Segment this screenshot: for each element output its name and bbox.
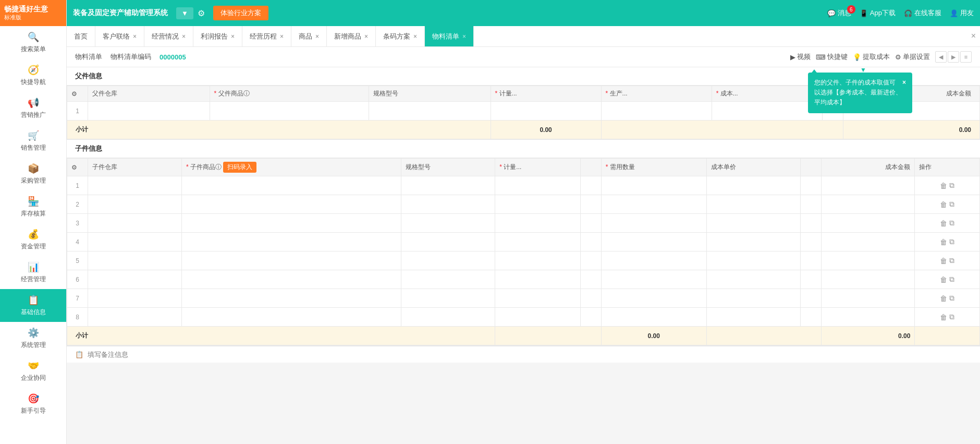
child-warehouse-1[interactable] — [88, 176, 182, 195]
copy-icon[interactable]: ⧉ — [949, 219, 954, 227]
parent-warehouse-cell[interactable] — [88, 102, 210, 121]
service-icon: 🎧 — [904, 9, 912, 17]
child-col-settings[interactable]: ⚙ — [67, 159, 88, 176]
nav-next[interactable]: ▶ — [948, 51, 959, 63]
nav-menu[interactable]: ≡ — [960, 51, 972, 63]
action-shortcut[interactable]: ⌨ 快捷键 — [816, 52, 848, 62]
video-icon: ▶ — [790, 53, 795, 61]
copy-icon[interactable]: ⧉ — [949, 200, 954, 209]
child-col-unit-cost: 成本单价 — [706, 159, 800, 176]
sidebar-item-search[interactable]: 🔍 搜索菜单 — [0, 26, 66, 59]
sidebar-header: 畅捷通好生意 标准版 — [0, 0, 66, 26]
sidebar-item-quick-nav[interactable]: 🧭 快捷导航 — [0, 59, 66, 92]
remark-input[interactable] — [88, 351, 972, 358]
sidebar-item-label: 新手引导 — [21, 406, 46, 415]
tab-customer-label: 客户联络 — [103, 32, 130, 41]
tooltip-close[interactable]: × — [902, 78, 906, 88]
message-item[interactable]: 💬 消息 6 — [827, 8, 851, 18]
tab-profit-close[interactable]: × — [231, 33, 235, 40]
child-unit-1[interactable] — [495, 176, 580, 195]
child-product-1[interactable] — [181, 176, 401, 195]
child-action-1: 🗑⧉ — [915, 176, 980, 195]
tab-operations-label: 经营情况 — [152, 32, 179, 41]
trial-button[interactable]: 体验行业方案 — [213, 6, 268, 20]
action-view[interactable]: ▶ 视频 — [790, 52, 811, 62]
phone-icon: 📱 — [860, 9, 868, 17]
delete-icon[interactable]: 🗑 — [940, 294, 947, 303]
sidebar-item-operations[interactable]: 📊 经营管理 — [0, 256, 66, 289]
parent-subtotal-unit: 0.00 — [491, 121, 601, 139]
tab-product-close[interactable]: × — [315, 33, 319, 40]
parent-spec-cell[interactable] — [369, 102, 491, 121]
tab-product[interactable]: 商品 × — [291, 26, 327, 47]
parent-cost-cell[interactable] — [712, 102, 822, 121]
row-num: 1 — [67, 102, 88, 121]
scan-button[interactable]: 扫码录入 — [223, 162, 256, 173]
copy-icon[interactable]: ⧉ — [949, 256, 954, 265]
tab-new-product[interactable]: 新增商品 × — [327, 26, 376, 47]
sidebar-item-basic-info[interactable]: 📋 基础信息 — [0, 289, 66, 322]
tooltip-arrow — [810, 69, 818, 75]
tab-barcode-close[interactable]: × — [413, 33, 417, 40]
child-col-spec: 规格型号 — [401, 159, 495, 176]
sidebar-item-enterprise[interactable]: 🤝 企业协同 — [0, 355, 66, 388]
message-badge: 6 — [847, 5, 855, 14]
app-download-item[interactable]: 📱 App下载 — [860, 8, 896, 18]
child-subtotal-amount: 0.00 — [821, 327, 915, 345]
tab-close-all[interactable]: × — [971, 31, 976, 41]
delete-icon[interactable]: 🗑 — [940, 219, 947, 227]
sidebar-item-marketing[interactable]: 📢 营销推广 — [0, 92, 66, 125]
child-spec-1[interactable] — [401, 176, 495, 195]
sidebar-item-inventory[interactable]: 🏪 库存核算 — [0, 190, 66, 223]
table-row: 1 🗑⧉ — [67, 176, 980, 195]
system-dropdown[interactable]: ▼ — [176, 7, 193, 19]
parent-unit-cell[interactable] — [491, 102, 601, 121]
copy-icon[interactable]: ⧉ — [949, 181, 954, 190]
delete-icon[interactable]: 🗑 — [940, 200, 947, 209]
child-unit-cost-1[interactable] — [706, 176, 800, 195]
code-value: 0000005 — [160, 53, 186, 61]
sidebar-item-purchase[interactable]: 📦 采购管理 — [0, 158, 66, 190]
gear-icon[interactable]: ⚙ — [198, 8, 205, 18]
tab-customer-close[interactable]: × — [133, 33, 137, 40]
tab-customer[interactable]: 客户联络 × — [95, 26, 144, 47]
sidebar-item-system[interactable]: ⚙️ 系统管理 — [0, 322, 66, 355]
tab-biz-history-close[interactable]: × — [280, 33, 284, 40]
nav-prev[interactable]: ◀ — [935, 51, 947, 63]
tab-new-product-close[interactable]: × — [364, 33, 368, 40]
sidebar-item-finance[interactable]: 💰 资金管理 — [0, 223, 66, 256]
parent-prod-cell[interactable] — [601, 102, 712, 121]
tab-home[interactable]: 首页 — [67, 26, 95, 47]
tab-bom[interactable]: 物料清单 × — [425, 26, 474, 47]
child-qty-1[interactable] — [601, 176, 706, 195]
parent-product-cell[interactable] — [210, 102, 369, 121]
action-cost[interactable]: 💡 提取成本 — [853, 52, 890, 62]
tab-barcode[interactable]: 条码方案 × — [376, 26, 425, 47]
delete-icon[interactable]: 🗑 — [940, 275, 947, 284]
copy-icon[interactable]: ⧉ — [949, 275, 954, 284]
customer-service-item[interactable]: 🎧 在线客服 — [904, 8, 941, 18]
tab-biz-history[interactable]: 经营历程 × — [242, 26, 291, 47]
user-item[interactable]: 👤 用友 — [950, 8, 974, 18]
message-icon: 💬 — [827, 9, 836, 17]
tab-operations[interactable]: 经营情况 × — [144, 26, 193, 47]
copy-icon[interactable]: ⧉ — [949, 237, 954, 246]
sidebar-item-sales[interactable]: 🛒 销售管理 — [0, 125, 66, 158]
breadcrumb: 物料清单 — [75, 52, 102, 62]
tab-profit[interactable]: 利润报告 × — [193, 26, 242, 47]
delete-icon[interactable]: 🗑 — [940, 238, 947, 246]
child-col-cost-amount: 成本金额 — [821, 159, 915, 176]
parent-col-settings[interactable]: ⚙ — [67, 86, 88, 102]
tab-operations-close[interactable]: × — [182, 33, 186, 40]
sidebar-item-guide[interactable]: 🎯 新手引导 — [0, 388, 66, 421]
table-row: 5 🗑⧉ — [67, 251, 980, 270]
delete-icon[interactable]: 🗑 — [940, 257, 947, 265]
copy-icon[interactable]: ⧉ — [949, 294, 954, 303]
child-col-unit: * 计量... — [495, 159, 580, 176]
delete-icon[interactable]: 🗑 — [940, 313, 947, 321]
copy-icon[interactable]: ⧉ — [949, 313, 954, 321]
tab-bom-close[interactable]: × — [462, 33, 466, 40]
tabbar: 首页 客户联络 × 经营情况 × 利润报告 × 经营历程 × 商品 × 新增商品… — [67, 26, 980, 47]
action-single-setting[interactable]: ⚙ 单据设置 — [895, 52, 930, 62]
delete-icon[interactable]: 🗑 — [940, 182, 947, 190]
